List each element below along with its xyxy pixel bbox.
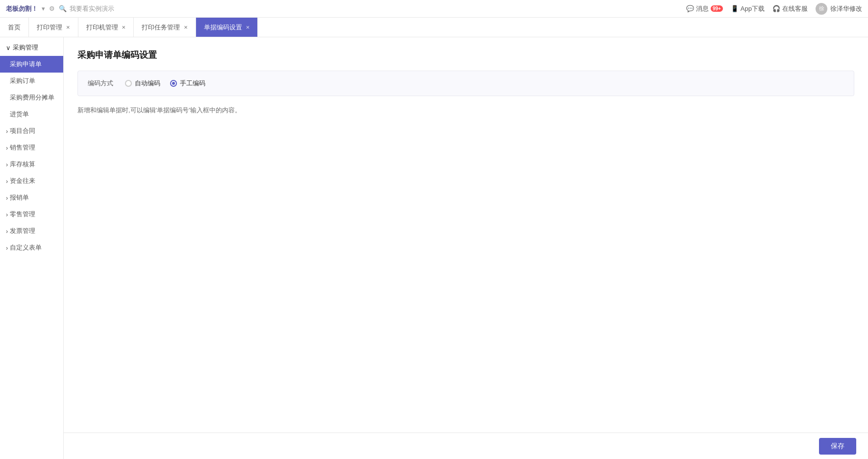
app-download-label: App下载 (741, 4, 765, 13)
radio-auto-circle (125, 80, 132, 87)
inventory-chevron-icon: › (6, 161, 8, 168)
tab-print-task-close[interactable]: × (184, 24, 188, 31)
sidebar-item-custom-form[interactable]: › 自定义表单 (0, 239, 63, 256)
encoding-form-section: 编码方式 自动编码 手工编码 (77, 71, 854, 96)
content-inner: 采购申请单编码设置 编码方式 自动编码 手工编码 新增和编辑单据时,可以编辑'单… (64, 37, 868, 433)
notification-button[interactable]: 💬 消息 99+ (686, 4, 723, 13)
user-info[interactable]: 徐 徐泽华修改 (816, 3, 862, 15)
sidebar-item-custom-form-label: 自定义表单 (10, 243, 42, 252)
tab-print-manage[interactable]: 打印管理 × (29, 18, 78, 37)
tab-home[interactable]: 首页 (0, 18, 29, 37)
notification-badge: 99+ (711, 5, 723, 12)
retail-chevron-icon: › (6, 211, 8, 218)
sidebar-item-invoice-label: 发票管理 (10, 227, 35, 235)
sidebar-item-inventory[interactable]: › 库存核算 (0, 156, 63, 173)
app-download-button[interactable]: 📱 App下载 (731, 4, 765, 13)
tab-barcode-setting-label: 单据编码设置 (204, 23, 242, 32)
search-area[interactable]: 🔍 我要看实例演示 (59, 4, 114, 13)
online-service-button[interactable]: 🎧 在线客服 (772, 4, 808, 13)
search-icon: 🔍 (59, 5, 67, 12)
tab-printer-manage-label: 打印机管理 (86, 23, 118, 32)
sidebar-item-purchase-expense-label: 采购费用分摊单 (10, 94, 54, 101)
username: 徐泽华修改 (830, 4, 862, 13)
sidebar: ∨ 采购管理 采购申请单 采购订单 采购费用分摊单 进货单 › 项目合同 › 销… (0, 37, 64, 459)
main-layout: ∨ 采购管理 采购申请单 采购订单 采购费用分摊单 进货单 › 项目合同 › 销… (0, 37, 868, 459)
top-bar: 老板勿割！ ▾ ⚙ 🔍 我要看实例演示 💬 消息 99+ 📱 App下载 🎧 在… (0, 0, 868, 18)
sidebar-item-retail-label: 零售管理 (10, 210, 35, 219)
sidebar-group-purchase-label: 采购管理 (13, 43, 38, 52)
sidebar-item-inventory-label: 库存核算 (10, 160, 35, 169)
online-service-label: 在线客服 (782, 4, 808, 13)
tab-home-label: 首页 (8, 23, 21, 32)
top-bar-right: 💬 消息 99+ 📱 App下载 🎧 在线客服 徐 徐泽华修改 (686, 3, 862, 15)
invoice-chevron-icon: › (6, 228, 8, 235)
sidebar-item-purchase-order-label: 采购订单 (10, 77, 35, 84)
sidebar-item-project-contract[interactable]: › 项目合同 (0, 123, 63, 139)
radio-auto-code[interactable]: 自动编码 (125, 79, 160, 88)
tab-barcode-setting[interactable]: 单据编码设置 × (196, 18, 258, 37)
gear-icon[interactable]: ⚙ (49, 5, 55, 12)
sidebar-item-return-label: 报销单 (10, 193, 29, 202)
sidebar-item-project-contract-label: 项目合同 (10, 127, 35, 135)
sidebar-item-stock-in[interactable]: 进货单 (0, 106, 63, 123)
save-button[interactable]: 保存 (819, 438, 856, 455)
tab-bar: 首页 打印管理 × 打印机管理 × 打印任务管理 × 单据编码设置 × (0, 18, 868, 37)
purchase-chevron-icon: ∨ (6, 44, 11, 51)
encoding-label: 编码方式 (88, 79, 113, 88)
radio-manual-label: 手工编码 (180, 79, 205, 88)
sidebar-item-purchase-request[interactable]: 采购申请单 (0, 56, 63, 73)
tab-print-manage-label: 打印管理 (37, 23, 62, 32)
content-footer: 保存 (64, 433, 868, 459)
avatar: 徐 (816, 3, 827, 15)
top-bar-left: 老板勿割！ ▾ ⚙ 🔍 我要看实例演示 (6, 4, 114, 13)
sidebar-item-stock-in-label: 进货单 (10, 110, 29, 118)
sidebar-item-retail[interactable]: › 零售管理 (0, 206, 63, 223)
project-contract-chevron-icon: › (6, 128, 8, 135)
sidebar-item-purchase-order[interactable]: 采购订单 (0, 73, 63, 89)
custom-form-chevron-icon: › (6, 244, 8, 252)
tab-print-task[interactable]: 打印任务管理 × (134, 18, 196, 37)
tab-barcode-setting-close[interactable]: × (246, 24, 250, 31)
content-area: 采购申请单编码设置 编码方式 自动编码 手工编码 新增和编辑单据时,可以编辑'单… (64, 37, 868, 459)
capital-chevron-icon: › (6, 178, 8, 185)
notification-label: 消息 (696, 4, 709, 13)
radio-manual-code[interactable]: 手工编码 (170, 79, 205, 88)
logo-text: 老板勿割！ (6, 4, 38, 13)
headset-icon: 🎧 (772, 5, 780, 12)
radio-manual-circle (170, 80, 177, 87)
dropdown-icon[interactable]: ▾ (42, 5, 45, 12)
sidebar-item-invoice[interactable]: › 发票管理 (0, 223, 63, 239)
page-title: 采购申请单编码设置 (77, 49, 854, 61)
sidebar-group-purchase: ∨ 采购管理 采购申请单 采购订单 采购费用分摊单 进货单 (0, 39, 63, 123)
sidebar-group-purchase-title[interactable]: ∨ 采购管理 (0, 39, 63, 56)
sales-chevron-icon: › (6, 144, 8, 152)
notification-icon: 💬 (686, 5, 694, 12)
app-download-icon: 📱 (731, 5, 739, 12)
radio-auto-label: 自动编码 (135, 79, 160, 88)
search-text: 我要看实例演示 (70, 4, 114, 13)
tab-printer-manage-close[interactable]: × (122, 24, 126, 31)
return-chevron-icon: › (6, 194, 8, 202)
sidebar-item-return[interactable]: › 报销单 (0, 189, 63, 206)
tab-print-manage-close[interactable]: × (66, 24, 70, 31)
sidebar-item-capital-label: 资金往来 (10, 177, 35, 185)
sidebar-item-sales-label: 销售管理 (10, 143, 35, 152)
sidebar-item-sales[interactable]: › 销售管理 (0, 139, 63, 156)
sidebar-item-purchase-expense[interactable]: 采购费用分摊单 (0, 89, 63, 106)
info-text: 新增和编辑单据时,可以编辑'单据编码号'输入框中的内容。 (77, 106, 854, 115)
sidebar-item-capital[interactable]: › 资金往来 (0, 173, 63, 189)
radio-group-encoding: 自动编码 手工编码 (125, 79, 205, 88)
sidebar-item-purchase-request-label: 采购申请单 (10, 60, 42, 68)
tab-printer-manage[interactable]: 打印机管理 × (78, 18, 134, 37)
tab-print-task-label: 打印任务管理 (142, 23, 180, 32)
